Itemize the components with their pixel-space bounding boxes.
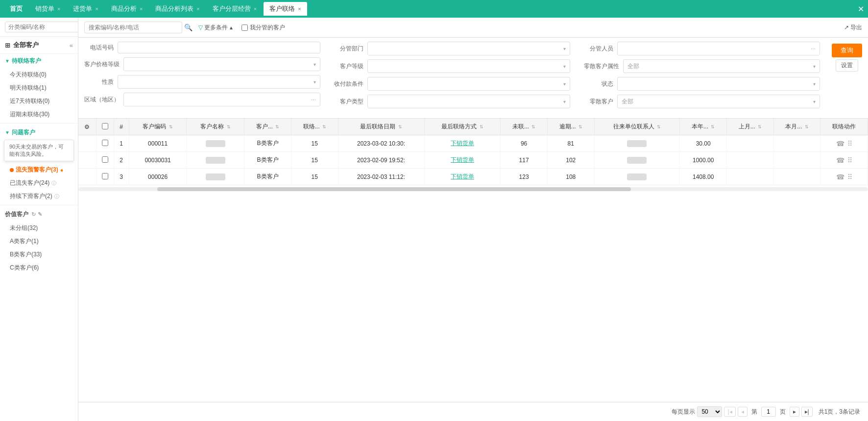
sidebar-group-problem-title[interactable]: ▼ 问题客户 [0, 125, 78, 140]
row3-more-icon[interactable]: ⠿ [847, 173, 852, 181]
row1-contact-icon[interactable]: ☎ [836, 140, 844, 148]
filter-more-button[interactable]: ▽ 更多条件 ▲ [198, 24, 234, 32]
zero-retail-select[interactable]: 全部 ▾ [617, 95, 820, 108]
last-month-sort-icon[interactable]: ⇅ [758, 124, 762, 129]
th-last-contact-date[interactable]: 最后联络日期 ⇅ [338, 119, 424, 135]
unit-contact-sort-icon[interactable]: ⇅ [657, 124, 661, 129]
row1-checkbox[interactable] [102, 140, 108, 146]
row3-contact-icon[interactable]: ☎ [836, 173, 844, 181]
tab-sales[interactable]: 销货单 × [29, 2, 66, 16]
sidebar-item-churned[interactable]: 已流失客户(24) ⓘ [0, 176, 78, 190]
per-page-select[interactable]: 50 100 200 [697, 406, 722, 417]
first-page-button[interactable]: |◂ [724, 407, 735, 417]
th-unit-contact[interactable]: 往来单位联系人 ⇅ [594, 119, 680, 135]
tab-purchase[interactable]: 进货单 × [67, 2, 104, 16]
my-customers-checkbox[interactable] [241, 25, 248, 31]
th-check[interactable] [96, 119, 114, 135]
level-sort-icon[interactable]: ⇅ [275, 124, 279, 129]
row1-more-icon[interactable]: ⠿ [847, 140, 852, 148]
manager-dots[interactable]: ··· [811, 45, 816, 52]
row3-method-link[interactable]: 下销货单 [451, 173, 474, 180]
customer-type-select[interactable]: ▾ [367, 95, 570, 108]
tab-goods-list[interactable]: 商品分析列表 × [149, 2, 205, 16]
tab-goods-analysis-close[interactable]: × [140, 6, 143, 12]
next-page-button[interactable]: ▸ [790, 407, 799, 417]
table-scrollbar-thumb[interactable] [157, 187, 631, 191]
last-method-sort-icon[interactable]: ⇅ [480, 124, 483, 129]
row1-method-link[interactable]: 下销货单 [451, 140, 474, 147]
th-level[interactable]: 客户... ⇅ [244, 119, 291, 135]
no-contact-sort-icon[interactable]: ⇅ [531, 124, 535, 129]
last-page-button[interactable]: ▸| [801, 407, 813, 417]
region-select[interactable]: ··· [123, 93, 320, 106]
th-name[interactable]: 客户名称 ⇅ [187, 119, 244, 135]
th-this-month[interactable]: 本月... ⇅ [773, 119, 820, 135]
main-search-button[interactable]: 🔍 [184, 24, 193, 31]
th-no-contact[interactable]: 未联... ⇅ [501, 119, 548, 135]
tab-purchase-close[interactable]: × [95, 6, 98, 12]
sidebar-item-churn-warning[interactable]: 流失预警客户(3) ● [0, 163, 78, 176]
contact-sort-icon[interactable]: ⇅ [322, 124, 326, 129]
th-this-year[interactable]: 本年... ⇅ [680, 119, 727, 135]
sidebar-group-pending-title[interactable]: ▼ 待联络客户 [0, 54, 78, 68]
th-contact[interactable]: 联络... ⇅ [291, 119, 338, 135]
this-year-sort-icon[interactable]: ⇅ [711, 124, 715, 129]
select-all-checkbox[interactable] [102, 123, 108, 129]
tab-sales-close[interactable]: × [57, 6, 60, 12]
page-input[interactable] [761, 407, 776, 417]
status-select[interactable]: ▾ [617, 77, 820, 91]
th-last-month[interactable]: 上月... ⇅ [727, 119, 774, 135]
sidebar-item-c-class[interactable]: C类客户(6) [0, 261, 78, 274]
tab-customer-contact-close[interactable]: × [298, 6, 301, 12]
code-sort-icon[interactable]: ⇅ [169, 124, 173, 129]
this-month-sort-icon[interactable]: ⇅ [805, 124, 809, 129]
sidebar-item-b-class[interactable]: B类客户(33) [0, 248, 78, 261]
sidebar-item-declining[interactable]: 持续下滑客户(2) ⓘ [0, 190, 78, 203]
value-edit-icon[interactable]: ✎ [38, 211, 42, 218]
region-dots[interactable]: ··· [311, 96, 316, 103]
sidebar-item-unclassified[interactable]: 未分组(32) [0, 222, 78, 235]
manager-select[interactable]: ··· [617, 42, 820, 55]
settings-button[interactable]: 设置 [836, 59, 858, 72]
row2-more-icon[interactable]: ⠿ [847, 156, 852, 164]
my-customers-checkbox-label[interactable]: 我分管的客户 [241, 24, 285, 32]
sidebar-all-customers[interactable]: ⊞ 全部客户 « [0, 37, 78, 54]
tab-customer-tier-close[interactable]: × [254, 6, 257, 12]
sidebar-item-today[interactable]: 今天待联络(0) [0, 68, 78, 81]
sidebar-search-input[interactable] [5, 22, 78, 32]
sidebar-collapse-icon[interactable]: « [70, 42, 73, 49]
prev-page-button[interactable]: ◂ [738, 407, 747, 417]
main-search-input[interactable] [84, 22, 182, 33]
dept-select[interactable]: ▾ [367, 42, 570, 55]
tab-goods-analysis[interactable]: 商品分析 × [105, 2, 148, 16]
row2-method-link[interactable]: 下销货单 [451, 156, 474, 163]
phone-input[interactable] [118, 42, 320, 53]
zero-retail-attr-select[interactable]: 全部 ▾ [623, 59, 820, 73]
row2-checkbox[interactable] [102, 156, 108, 163]
tab-customer-contact[interactable]: 客户联络 × [264, 2, 307, 16]
row3-checkbox[interactable] [102, 173, 108, 179]
row2-contact-icon[interactable]: ☎ [836, 156, 844, 164]
window-close-button[interactable]: ✕ [858, 4, 864, 14]
th-overdue[interactable]: 逾期... ⇅ [547, 119, 594, 135]
query-button[interactable]: 查询 [832, 44, 862, 57]
th-gear[interactable]: ⚙ [78, 119, 96, 135]
nature-select[interactable]: ▾ [118, 75, 320, 89]
export-button[interactable]: ↗ 导出 [844, 24, 862, 32]
row3-check[interactable] [96, 169, 114, 185]
name-sort-icon[interactable]: ⇅ [227, 124, 231, 129]
price-level-select[interactable]: ▾ [123, 57, 320, 71]
sidebar-item-overdue-contact[interactable]: 迢期未联络(30) [0, 108, 78, 121]
th-last-contact-method[interactable]: 最后联络方式 ⇅ [424, 119, 501, 135]
tab-goods-list-close[interactable]: × [196, 6, 199, 12]
th-code[interactable]: 客户编码 ⇅ [129, 119, 187, 135]
payment-select[interactable]: ▾ [367, 77, 570, 91]
customer-level-select[interactable]: ▾ [367, 59, 570, 73]
sidebar-item-tomorrow[interactable]: 明天待联络(1) [0, 81, 78, 95]
sidebar-item-7days[interactable]: 近7天待联络(0) [0, 95, 78, 108]
row2-check[interactable] [96, 152, 114, 169]
tab-home[interactable]: 首页 [4, 2, 28, 16]
last-date-sort-icon[interactable]: ⇅ [398, 124, 402, 129]
table-scrollbar-track[interactable] [78, 187, 868, 191]
sidebar-group-value-title[interactable]: 价值客户 ↻ ✎ [0, 207, 78, 222]
